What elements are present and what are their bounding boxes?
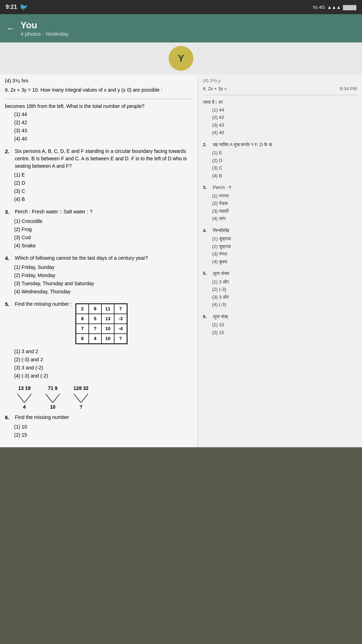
tree-branch [16, 392, 33, 403]
status-icons: Yo 4G ▲▲▲ ▓▓▓▓ [313, 5, 356, 10]
grid-cell: -3 [114, 314, 127, 324]
q2-opt-2: (2) D [14, 179, 193, 187]
q5-r-opt-2: (2) (-3) [212, 286, 357, 293]
q6-bottom-row: 6. Find the missing number [5, 414, 193, 422]
q0-opt-1: (1) 44 [14, 111, 193, 118]
grid-cell: 7 [76, 324, 89, 334]
header: ← You 4 photos · Yesterday [0, 14, 362, 42]
question-3: 3. Perch : Fresh water :: Salt water : ?… [5, 208, 193, 249]
q5-r-opt-3: (3) 3 और [212, 294, 357, 301]
question-0: becomes 18th from the left. What is the … [5, 103, 193, 143]
q2-right-num: 2. [203, 141, 211, 148]
q6-right-text2: लुप्त संख् [213, 313, 228, 320]
q4-right-row: 4. निम्नलिखि [203, 227, 357, 234]
q6-bottom-text: Find the missing number [15, 414, 193, 422]
q4-right-text: निम्नलिखि [213, 227, 229, 234]
q5-num: 5. [5, 300, 13, 309]
q2-right-options: (1) E (2) D (3) C (4) B [212, 149, 357, 179]
tree-item: 71 9 10 [44, 385, 62, 411]
q2-opt-4: (4) B [14, 196, 193, 203]
q3-right-row: 3. Perch : ग [203, 184, 357, 191]
q4-opt-2: (2) Friday, Monday [14, 272, 193, 279]
svg-line-4 [74, 394, 81, 403]
tree-item: 13 19 4 [16, 385, 33, 411]
q0-r-opt-4: (4) 40 [212, 129, 357, 136]
q5-row: 5. Find the missing number : [5, 300, 72, 309]
q3-right-text: Perch : ग [213, 184, 231, 191]
q4-num: 4. [5, 254, 13, 263]
facebook-icon: 🐦 [20, 3, 28, 11]
tree-branch [44, 392, 62, 403]
grid-cell: 8 [76, 314, 89, 324]
q2-r-opt-3: (3) C [212, 165, 357, 172]
header-info: You 4 photos · Yesterday [21, 20, 69, 37]
q2-row: 2. Six persons A, B, C, D, E and F stand… [5, 148, 193, 170]
svg-line-5 [81, 394, 88, 403]
grid-cell: 5 [89, 314, 101, 324]
q2-text: Six persons A, B, C, D, E and F standing… [15, 148, 193, 170]
back-button[interactable]: ← [6, 23, 16, 34]
q5-right: 5. लुप्त संख्य (1) 3 और (2) (-3) (3) 3 औ… [203, 270, 357, 308]
question-6-top: 6. 2x + 3y = 10. How many integral value… [5, 86, 193, 94]
tree-top-numbers: 71 9 [48, 385, 57, 392]
q4-opt-3: (3) Tuesday, Thursday and Saturday [14, 280, 193, 287]
avatar-row: Y [0, 42, 362, 74]
q6-right-section: 6. 2x + 3y = 9:34 PM [203, 86, 357, 91]
time-overlay: 9:34 PM [340, 86, 357, 91]
grid-cell: 13 [101, 314, 114, 324]
q2-right-text: छह व्यक्ति A मुख करके र F, D के बा [213, 141, 272, 148]
q0-right-options: (1) 44 (2) 42 (3) 43 (4) 40 [212, 107, 357, 136]
grid-cell: 7 [114, 304, 127, 314]
q4-r-opt-3: (3) मंगल [212, 251, 357, 258]
q3-row: 3. Perch : Fresh water :: Salt water : ? [5, 208, 193, 216]
q5-options: (1) 3 and 2 (2) (-3) and 2 (3) 3 and (-2… [14, 348, 193, 380]
main-content: (4) 3⅓ hrs 6. 2x + 3y = 10. How many int… [0, 74, 362, 447]
q6-options: (1) 10 (2) 15 [14, 423, 193, 439]
grid-cell: ? [114, 334, 127, 344]
q5-opt-3: (3) 3 and (-2) [14, 364, 193, 372]
grid-cell: 6 [76, 334, 89, 344]
header-subtitle: 4 photos · Yesterday [21, 31, 69, 37]
tree-item: 128 32 ? [72, 385, 90, 411]
avatar: Y [169, 46, 193, 71]
grid-cell: 2 [76, 304, 89, 314]
q6-right-options: (1) 10 (2) 15 [212, 321, 357, 336]
q3-r-opt-2: (2) मेडक [212, 200, 357, 207]
q2-opt-1: (1) E [14, 171, 193, 179]
grid-cell: 11 [101, 304, 114, 314]
q6-bottom-num: 6. [5, 414, 13, 422]
q0-r-opt-2: (2) 42 [212, 114, 357, 121]
q0-right: जाता है। ला (1) 44 (2) 42 (3) 43 (4) 40 [203, 99, 357, 136]
q0-r-opt-3: (3) 43 [212, 122, 357, 129]
q2-right: 2. छह व्यक्ति A मुख करके र F, D के बा (1… [203, 141, 357, 179]
q5-r-opt-4: (4) (-3) [212, 301, 357, 308]
q4-opt-4: (4) Wednesday, Thursday [14, 288, 193, 295]
grid-cell: 10 [101, 334, 114, 344]
signal-icon: ▲▲▲ [327, 5, 341, 10]
q3-right-num: 3. [203, 184, 211, 191]
q6-opt-1: (1) 10 [14, 423, 193, 431]
q6-text: 6. 2x + 3y = 10. How many integral value… [5, 86, 193, 94]
q6-r-opt-1: (1) 10 [212, 321, 357, 328]
q3-opt-3: (3) Cod [14, 234, 193, 241]
left-column: (4) 3⅓ hrs 6. 2x + 3y = 10. How many int… [0, 74, 198, 447]
q3-r-opt-1: (1) मगरम [212, 192, 357, 200]
q3-r-opt-4: (4) सांप [212, 215, 357, 222]
q2-num: 2. [5, 148, 13, 170]
svg-line-2 [46, 394, 53, 403]
header-title: You [21, 20, 69, 31]
q6-right: 6. लुप्त संख् (1) 10 (2) 15 [203, 313, 357, 336]
time-display: 9:21 [6, 4, 17, 10]
q5-opt-4: (4) (-3) and (-2) [14, 372, 193, 380]
q2-r-opt-1: (1) E [212, 149, 357, 156]
divider-right-1 [203, 95, 357, 95]
grid-cell: 9 [89, 304, 101, 314]
q2-opt-3: (3) C [14, 188, 193, 195]
q2-right-row: 2. छह व्यक्ति A मुख करके र F, D के बा [203, 141, 357, 148]
q6-opt-2: (2) 15 [14, 431, 193, 439]
q4-r-opt-2: (2) शुक्रवा [212, 243, 357, 250]
q4-right: 4. निम्नलिखि (1) शुक्रवा (2) शुक्रवा (3)… [203, 227, 357, 265]
tree-diagram: 13 19 471 9 10128 32 ? [16, 385, 193, 411]
grid-cell: 10 [101, 324, 114, 334]
q0-opt-2: (2) 42 [14, 119, 193, 126]
